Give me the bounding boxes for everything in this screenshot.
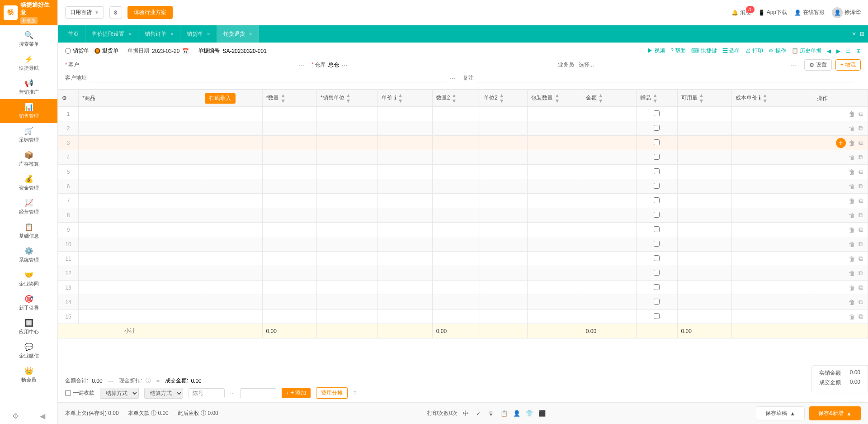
row-gift[interactable] — [637, 179, 677, 194]
row-gift[interactable] — [637, 136, 677, 150]
row-gift[interactable] — [637, 266, 677, 281]
row-cost-price[interactable] — [731, 310, 813, 324]
row-price[interactable] — [378, 252, 432, 266]
copy-row-button[interactable]: ⧉ — [858, 239, 864, 249]
row-price[interactable] — [378, 266, 432, 281]
select-button[interactable]: ☰ 选单 — [722, 47, 740, 55]
row-qty-area[interactable] — [201, 194, 262, 208]
save-new-button[interactable]: 保存&新增 ▲ — [809, 406, 861, 420]
row-qty-area[interactable] — [201, 295, 262, 310]
one-click-payment-check[interactable]: 一键收款 — [65, 389, 94, 397]
sidebar-item-apps[interactable]: 🔲应用中心 — [0, 315, 57, 339]
row-quantity[interactable] — [262, 194, 316, 208]
row-quantity[interactable] — [262, 136, 316, 150]
copy-row-button[interactable]: ⧉ — [858, 225, 864, 234]
app-download-button[interactable]: 📱 App下载 — [758, 9, 787, 16]
trial-button[interactable]: 体验行业方案 — [127, 6, 173, 19]
row-amount[interactable] — [582, 266, 636, 281]
row-gift[interactable] — [637, 107, 677, 121]
row-gift[interactable] — [637, 194, 677, 208]
row-pkg-qty[interactable] — [528, 165, 582, 179]
row-quantity[interactable] — [262, 179, 316, 194]
customer-input[interactable] — [82, 61, 296, 69]
row-cost-price[interactable] — [731, 165, 813, 179]
fee-help-icon[interactable]: ? — [353, 390, 356, 396]
row-qty-area[interactable] — [201, 223, 262, 237]
row-qty2[interactable] — [432, 179, 480, 194]
row-product[interactable] — [79, 252, 201, 266]
payment-amount-input[interactable] — [240, 388, 276, 398]
row-quantity[interactable] — [262, 252, 316, 266]
row-pkg-qty[interactable] — [528, 179, 582, 194]
save-draft-button[interactable]: 保存草稿 ▲ — [756, 406, 805, 420]
operate-button[interactable]: ⚙ 操作 — [769, 47, 786, 55]
row-price[interactable] — [378, 121, 432, 136]
gift-checkbox[interactable] — [654, 313, 660, 319]
row-available[interactable] — [677, 150, 731, 165]
delete-row-button[interactable]: 🗑 — [848, 240, 856, 249]
row-product[interactable] — [79, 107, 201, 121]
row-product[interactable] — [79, 223, 201, 237]
row-qty2[interactable] — [432, 208, 480, 223]
row-unit2[interactable] — [480, 194, 528, 208]
row-product[interactable] — [79, 150, 201, 165]
row-amount[interactable] — [582, 208, 636, 223]
delete-row-button[interactable]: 🗑 — [848, 110, 856, 119]
row-unit[interactable] — [316, 252, 377, 266]
row-qty-area[interactable] — [201, 136, 262, 150]
delete-row-button[interactable]: 🗑 — [848, 167, 856, 176]
row-unit[interactable] — [316, 208, 377, 223]
delete-row-button[interactable]: 🗑 — [848, 254, 856, 263]
row-price[interactable] — [378, 295, 432, 310]
row-product[interactable] — [79, 121, 201, 136]
account-input[interactable] — [189, 388, 225, 398]
tab-close-sale-order[interactable]: ✕ — [170, 32, 174, 37]
row-qty-area[interactable] — [201, 179, 262, 194]
shortcut-button[interactable]: ⌨ 快捷键 — [691, 47, 717, 55]
row-qty2[interactable] — [432, 150, 480, 165]
online-service-button[interactable]: 👤 在线客服 — [794, 9, 825, 16]
delete-row-button[interactable]: 🗑 — [848, 298, 856, 307]
gift-checkbox[interactable] — [654, 110, 660, 116]
row-unit2[interactable] — [480, 237, 528, 252]
gift-checkbox[interactable] — [654, 226, 660, 232]
product-input[interactable] — [82, 140, 197, 146]
row-pkg-qty[interactable] — [528, 107, 582, 121]
row-price[interactable] — [378, 310, 432, 324]
row-unit[interactable] — [316, 237, 377, 252]
row-price[interactable] — [378, 150, 432, 165]
row-unit[interactable] — [316, 223, 377, 237]
row-amount[interactable] — [582, 107, 636, 121]
row-quantity[interactable] — [262, 107, 316, 121]
sidebar-item-guide[interactable]: 🎯新手引导 — [0, 291, 57, 315]
gift-checkbox[interactable] — [654, 299, 660, 305]
row-quantity[interactable] — [262, 310, 316, 324]
row-price[interactable] — [378, 237, 432, 252]
radio-sale[interactable]: 销货单 — [65, 47, 89, 55]
radio-return[interactable]: 退货单 — [94, 47, 118, 55]
row-qty-area[interactable] — [201, 107, 262, 121]
row-qty-area[interactable] — [201, 310, 262, 324]
tab-home[interactable]: 首页 — [61, 25, 85, 43]
row-pkg-qty[interactable] — [528, 295, 582, 310]
row-qty2[interactable] — [432, 310, 480, 324]
row-product[interactable] — [79, 194, 201, 208]
row-cost-price[interactable] — [731, 136, 813, 150]
row-cost-price[interactable] — [731, 194, 813, 208]
row-pkg-qty[interactable] — [528, 208, 582, 223]
delete-row-button[interactable]: 🗑 — [848, 196, 856, 205]
row-unit2[interactable] — [480, 252, 528, 266]
row-cost-price[interactable] — [731, 107, 813, 121]
row-qty-area[interactable] — [201, 121, 262, 136]
copy-row-button[interactable]: ⧉ — [858, 297, 864, 307]
row-available[interactable] — [677, 310, 731, 324]
row-unit2[interactable] — [480, 208, 528, 223]
delete-row-button[interactable]: 🗑 — [848, 124, 856, 133]
radio-return-input[interactable] — [94, 48, 100, 54]
date-value[interactable]: 2023-03-20 — [152, 48, 179, 54]
gift-checkbox[interactable] — [654, 183, 660, 189]
row-unit2[interactable] — [480, 266, 528, 281]
settings-button[interactable]: ⚙ 设置 — [804, 59, 832, 71]
row-qty-area[interactable] — [201, 165, 262, 179]
row-unit[interactable] — [316, 266, 377, 281]
